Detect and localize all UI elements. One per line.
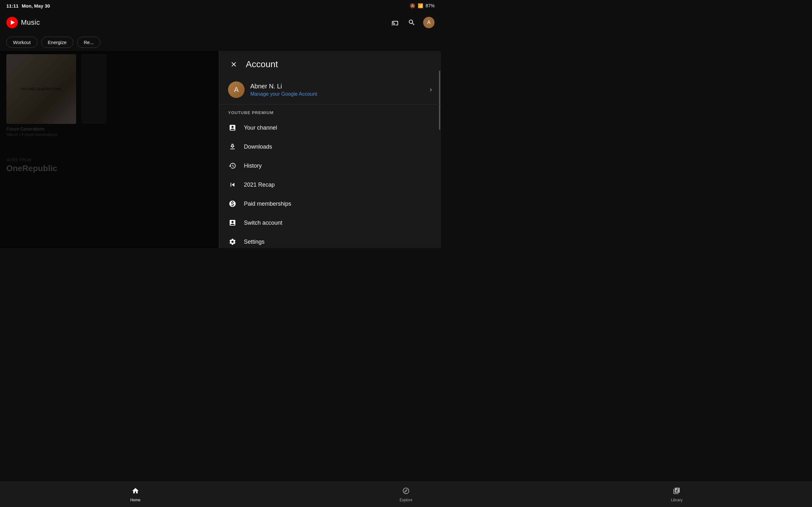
account-panel: Account A Abner N. Li Manage your Google… [219, 51, 441, 248]
menu-recap[interactable]: 2021 Recap [219, 175, 441, 194]
overlay-backdrop[interactable] [0, 51, 219, 248]
mute-icon: 🔕 [410, 3, 415, 8]
history-label: History [244, 163, 262, 169]
main-area: FUTURE GENERATIONS Future Generations Al… [0, 51, 441, 248]
app-header: Music A [0, 11, 441, 34]
chip-workout[interactable]: Workout [6, 37, 38, 48]
user-name: Abner N. Li [250, 83, 430, 90]
menu-downloads[interactable]: Downloads [219, 137, 441, 156]
status-right: 🔕 📶 87% [410, 3, 435, 8]
channel-label: Your channel [244, 124, 277, 131]
menu-your-channel[interactable]: Your channel [219, 118, 441, 137]
yt-premium-label: YOUTUBE PREMIUM [219, 105, 441, 118]
user-section[interactable]: A Abner N. Li Manage your Google Account… [219, 76, 441, 105]
logo-area: Music [6, 17, 390, 28]
status-bar: 11:11 Mon, May 30 🔕 📶 87% [0, 0, 441, 11]
switch-account-icon [228, 218, 237, 227]
paid-icon [228, 199, 237, 208]
cast-button[interactable] [390, 17, 400, 27]
settings-label: Settings [244, 239, 264, 245]
panel-title: Account [246, 59, 278, 69]
status-time: 11:11 [6, 3, 18, 9]
history-icon [228, 161, 237, 170]
chip-energize[interactable]: Energize [41, 37, 73, 48]
menu-settings[interactable]: Settings [219, 232, 441, 248]
paid-memberships-label: Paid memberships [244, 201, 291, 207]
close-button[interactable] [228, 59, 240, 70]
settings-icon [228, 237, 237, 246]
panel-header: Account [219, 51, 441, 76]
channel-icon [228, 123, 237, 132]
user-chevron-icon: › [430, 86, 432, 94]
yt-music-logo [6, 17, 18, 28]
chip-relax[interactable]: Re... [77, 37, 101, 48]
header-actions: A [390, 17, 435, 28]
search-button[interactable] [407, 17, 417, 27]
manage-account-link[interactable]: Manage your Google Account [250, 91, 317, 97]
chips-row: Workout Energize Re... [0, 34, 441, 51]
account-overlay: Account A Abner N. Li Manage your Google… [0, 51, 441, 248]
switch-account-label: Switch account [244, 220, 282, 226]
user-info: Abner N. Li Manage your Google Account [250, 83, 430, 97]
wifi-icon: 📶 [418, 3, 423, 8]
download-icon [228, 142, 237, 151]
menu-history[interactable]: History [219, 156, 441, 175]
battery-icon: 87% [426, 3, 435, 8]
recap-label: 2021 Recap [244, 181, 275, 188]
downloads-label: Downloads [244, 144, 272, 150]
recap-icon [228, 180, 237, 189]
menu-switch-account[interactable]: Switch account [219, 213, 441, 232]
account-avatar-button[interactable]: A [423, 17, 435, 28]
app-name: Music [21, 18, 40, 26]
user-avatar: A [228, 81, 245, 98]
status-date: Mon, May 30 [21, 3, 50, 9]
menu-paid-memberships[interactable]: Paid memberships [219, 194, 441, 213]
